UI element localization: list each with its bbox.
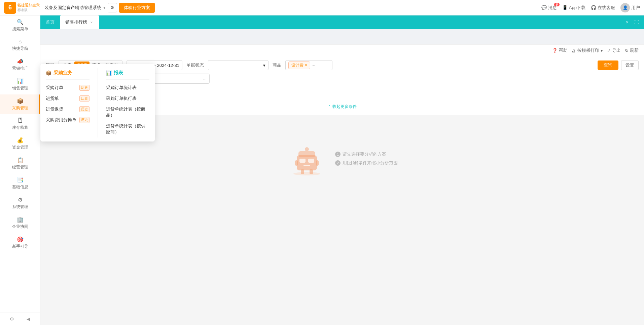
return-label: 进货退货 — [46, 106, 63, 112]
tab-close-icon[interactable]: × — [89, 20, 94, 25]
empty-tip-1-text: 请先选择要分析的方案 — [343, 151, 386, 157]
goods-tag-close[interactable]: × — [305, 63, 307, 68]
goods-select[interactable]: 设计费 × ··· — [285, 60, 332, 70]
dropdown-item-expense[interactable]: 采购费用分摊单 历史 — [46, 115, 90, 125]
dropdown-cols: 📦 采购业务 采购订单 历史 进货单 历史 进货退货 历史 采购费用分摊单 历史 — [40, 68, 155, 137]
online-service-label: 在线客服 — [598, 5, 615, 11]
sidebar-item-operations[interactable]: 📋 经营管理 — [0, 154, 40, 173]
sidebar-item-finance-label: 资金管理 — [12, 145, 28, 150]
svg-rect-2 — [299, 159, 306, 163]
sidebar-item-inventory-label: 库存核算 — [12, 125, 28, 130]
print-template-btn[interactable]: 🖨 按模板打印 ▾ — [572, 47, 603, 53]
topbar: 6 畅捷通好生意 标准版 装备及固定资产辅助管理系统 ▾ ⚙ 体验行业方案 💬 … — [0, 0, 644, 15]
guide-icon: 🎯 — [17, 236, 24, 243]
sidebar-item-finance[interactable]: 💰 资金管理 — [0, 134, 40, 154]
salesman-dots[interactable]: ··· — [203, 76, 207, 81]
empty-tip-2: 2 用[过滤]条件来缩小分析范围 — [335, 160, 397, 166]
sidebar-item-sales[interactable]: 📊 销售管理 — [0, 75, 40, 94]
refresh-btn[interactable]: ↻ 刷新 — [625, 47, 639, 53]
print-template-label: 按模板打印 — [577, 47, 599, 53]
goods-tag: 设计费 × — [288, 62, 310, 69]
sidebar-collapse-btn[interactable]: ◀ — [27, 316, 30, 322]
svg-rect-9 — [298, 151, 315, 157]
sidebar-item-system[interactable]: ⚙ 系统管理 — [0, 193, 40, 213]
settings-button[interactable]: 设置 — [621, 60, 639, 70]
logo-sub: 标准版 — [17, 8, 40, 12]
sidebar-item-basic-info[interactable]: 📑 基础信息 — [0, 173, 40, 193]
inbound-stat-goods-label: 进货单统计表（按商品） — [106, 106, 150, 118]
sales-icon: 📊 — [17, 78, 24, 84]
sidebar-item-purchase[interactable]: 📦 采购管理 — [0, 94, 40, 114]
purchase-biz-icon: 📦 — [46, 70, 51, 76]
bill-status-dropdown-icon: ▾ — [263, 63, 265, 68]
sidebar-item-system-label: 系统管理 — [12, 204, 28, 210]
tabbar-close-btn[interactable]: × — [623, 18, 631, 26]
system-settings-icon[interactable]: ⚙ — [108, 3, 117, 12]
sidebar-item-purchase-label: 采购管理 — [12, 105, 28, 111]
tabbar-actions: × ⛶ — [623, 18, 644, 26]
online-service-action[interactable]: 🎧 在线客服 — [591, 5, 615, 11]
help-btn[interactable]: ❓ 帮助 — [552, 47, 568, 53]
query-button[interactable]: 查询 — [598, 60, 618, 70]
collapse-btn[interactable]: ⌃ 收起更多条件 — [328, 104, 357, 110]
dropdown-item-purchase-order[interactable]: 采购订单 历史 — [46, 82, 90, 93]
message-action[interactable]: 💬 消息 9 — [541, 5, 557, 11]
tab-home[interactable]: 首页 — [40, 15, 60, 29]
help-label: 帮助 — [559, 47, 568, 53]
svg-rect-6 — [316, 160, 319, 166]
operations-icon: 📋 — [17, 157, 24, 163]
sidebar-item-guide[interactable]: 🎯 新手引导 — [0, 233, 40, 253]
tabbar: 首页 销售排行榜 × × ⛶ — [0, 15, 644, 29]
sidebar-item-enterprise[interactable]: 🏢 企业协同 — [0, 213, 40, 233]
bill-status-select[interactable]: ▾ — [208, 60, 269, 70]
user-action[interactable]: 👤 用户 — [620, 3, 640, 12]
expense-label: 采购费用分摊单 — [46, 117, 76, 123]
sidebar-item-operations-label: 经营管理 — [12, 164, 28, 170]
dropdown-item-return[interactable]: 进货退货 历史 — [46, 104, 90, 115]
order-exec-label: 采购订单执行表 — [106, 95, 137, 101]
empty-illustration — [287, 142, 327, 175]
goods-tag-value: 设计费 — [291, 63, 303, 68]
message-badge: 9 — [554, 3, 560, 6]
return-history-badge: 历史 — [79, 106, 90, 112]
goods-dots[interactable]: ··· — [312, 63, 315, 68]
purchase-order-label: 采购订单 — [46, 85, 63, 91]
dropdown-divider — [98, 68, 98, 137]
expense-history-badge: 历史 — [79, 117, 90, 123]
app-download-action[interactable]: 📱 App下载 — [562, 5, 585, 11]
trial-button[interactable]: 体验行业方案 — [119, 3, 155, 13]
app-download-label: App下载 — [569, 5, 585, 11]
sidebar-item-inventory[interactable]: 🗄 库存核算 — [0, 114, 40, 134]
report-title: 报表 — [114, 70, 123, 76]
export-btn[interactable]: ↗ 导出 — [607, 47, 621, 53]
inbound-history-badge: 历史 — [79, 95, 90, 101]
sidebar-settings-btn[interactable]: ⚙ — [10, 316, 14, 322]
sidebar-item-marketing[interactable]: 📣 营销推广 — [0, 55, 40, 75]
dropdown-item-order-exec[interactable]: 采购订单执行表 — [106, 93, 150, 104]
topbar-system: 装备及固定资产辅助管理系统 ▾ ⚙ 体验行业方案 — [44, 3, 541, 13]
sidebar-item-sales-label: 销售管理 — [12, 85, 28, 91]
sidebar-item-search[interactable]: 🔍 搜索菜单 — [0, 15, 40, 35]
sidebar-item-basic-info-label: 基础信息 — [12, 184, 28, 190]
dropdown-item-inbound-stat-supplier[interactable]: 进货单统计表（按供应商） — [106, 121, 150, 137]
system-name: 装备及固定资产辅助管理系统 — [44, 5, 101, 11]
bill-status-label: 单据状态 — [186, 62, 204, 68]
dropdown-item-inbound-stat-goods[interactable]: 进货单统计表（按商品） — [106, 104, 150, 121]
headset-icon: 🎧 — [591, 5, 596, 10]
dropdown-item-order-stat[interactable]: 采购订单统计表 — [106, 82, 150, 93]
tab-sales-rank[interactable]: 销售排行榜 × — [60, 15, 99, 29]
system-dropdown-icon[interactable]: ▾ — [103, 5, 106, 10]
svg-point-0 — [293, 172, 320, 175]
goods-label: 商品 — [273, 62, 281, 68]
dropdown-item-inbound[interactable]: 进货单 历史 — [46, 93, 90, 104]
salesman-select[interactable]: ··· — [149, 74, 210, 84]
sidebar-item-marketing-label: 营销推广 — [12, 66, 28, 71]
inbound-stat-supplier-label: 进货单统计表（按供应商） — [106, 123, 150, 135]
empty-tip-2-text: 用[过滤]条件来缩小分析范围 — [343, 160, 397, 166]
toolbar: ❓ 帮助 🖨 按模板打印 ▾ ↗ 导出 ↻ 刷新 — [40, 44, 644, 56]
tabbar-fullscreen-btn[interactable]: ⛶ — [633, 18, 641, 26]
svg-rect-1 — [297, 155, 317, 170]
dropdown-col2-title: 📊 报表 — [106, 68, 150, 80]
sidebar-item-quick-nav[interactable]: ⌂ 快捷导航 — [0, 35, 40, 55]
logo-icon: 6 — [4, 2, 16, 14]
